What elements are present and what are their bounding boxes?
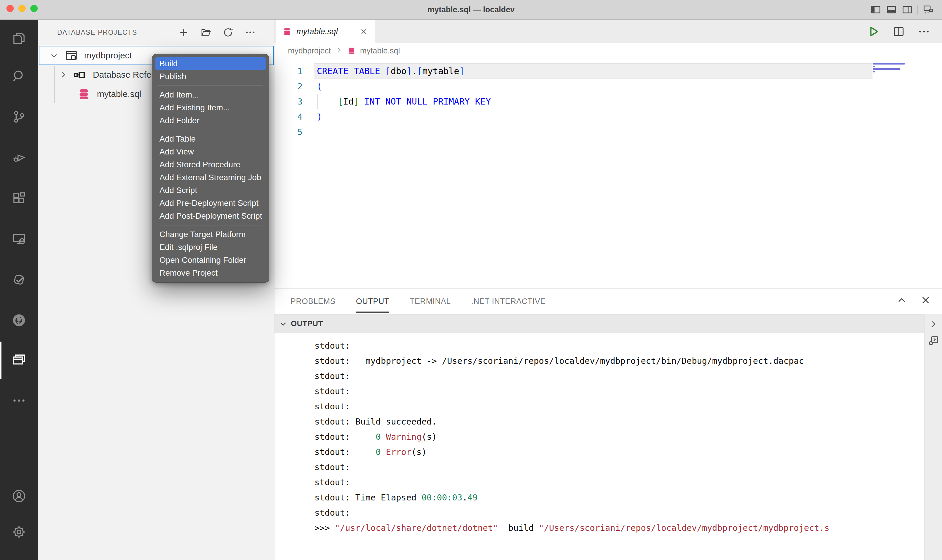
menu-item-change-target-platform[interactable]: Change Target Platform [155, 228, 266, 241]
sql-database-file-icon [282, 27, 292, 36]
menu-item-remove-project[interactable]: Remove Project [155, 266, 266, 279]
close-panel-icon[interactable] [920, 294, 931, 306]
output-line: stdout: [314, 460, 924, 475]
line-number: 4 [274, 109, 303, 125]
menu-item-add-stored-procedure[interactable]: Add Stored Procedure [155, 158, 266, 171]
chevron-down-icon[interactable] [49, 51, 59, 60]
explorer-icon[interactable] [0, 22, 38, 54]
panel-right-rail [924, 314, 942, 560]
output-line: stdout: mydbproject -> /Users/scoriani/r… [314, 353, 924, 368]
code-editor[interactable]: 1CREATE TABLE [dbo].[mytable]2(3 [Id] IN… [274, 58, 942, 288]
menu-item-add-item[interactable]: Add Item... [155, 88, 266, 101]
code-text: ) [303, 109, 322, 125]
toggle-secondary-sidebar-icon[interactable] [902, 4, 913, 15]
minimap[interactable] [873, 63, 911, 74]
output-line: stdout: [314, 399, 924, 414]
breadcrumb-project[interactable]: mydbproject [288, 46, 331, 55]
minimap-divider [923, 61, 923, 286]
menu-item-add-existing-item[interactable]: Add Existing Item... [155, 101, 266, 114]
remote-explorer-icon[interactable] [0, 223, 38, 255]
search-icon[interactable] [0, 60, 38, 92]
more-views-icon[interactable] [0, 385, 38, 417]
refresh-button[interactable] [221, 26, 235, 39]
sidebar-title: DATABASE PROJECTS [57, 29, 137, 37]
menu-item-add-pre-deployment-script[interactable]: Add Pre-Deployment Script [155, 197, 266, 210]
menu-item-add-external-streaming-job[interactable]: Add External Streaming Job [155, 171, 266, 184]
settings-gear-icon[interactable] [0, 516, 38, 548]
github-icon[interactable] [0, 304, 38, 336]
more-actions-button[interactable] [243, 26, 257, 39]
source-control-icon[interactable] [0, 101, 38, 133]
close-tab-icon[interactable] [359, 27, 368, 36]
sql-database-file-icon [77, 87, 91, 101]
indent-guide [317, 94, 318, 109]
output-line: stdout: [314, 338, 924, 353]
panel-tab-output[interactable]: OUTPUT [356, 289, 389, 313]
output-line: stdout: 0 Warning(s) [314, 429, 924, 445]
line-number: 2 [274, 79, 303, 94]
tree-indent-guide [54, 66, 55, 103]
output-section-title: OUTPUT [291, 319, 323, 328]
menu-item-publish[interactable]: Publish [155, 70, 266, 83]
references-icon [72, 68, 86, 82]
database-projects-icon[interactable] [0, 344, 38, 376]
bottom-panel: PROBLEMSOUTPUTTERMINAL.NET INTERACTIVE O… [274, 288, 942, 560]
breadcrumb-file[interactable]: mytable.sql [360, 46, 400, 55]
menu-item-add-folder[interactable]: Add Folder [155, 114, 266, 127]
run-query-button[interactable] [867, 25, 880, 38]
zoom-window-button[interactable] [30, 5, 38, 12]
close-window-button[interactable] [6, 5, 14, 12]
customize-layout-icon[interactable] [923, 4, 934, 15]
output-line: >>> "/usr/local/share/dotnet/dotnet" bui… [314, 520, 924, 535]
menu-item-build[interactable]: Build [155, 57, 266, 70]
output-log[interactable]: stdout:stdout: mydbproject -> /Users/sco… [274, 333, 924, 560]
menu-item-add-script[interactable]: Add Script [155, 184, 266, 197]
panel-tab-problems[interactable]: PROBLEMS [291, 289, 336, 313]
code-line: 5 [274, 125, 942, 140]
code-line: 4) [274, 109, 942, 125]
menu-item-edit-sqlproj-file[interactable]: Edit .sqlproj File [155, 241, 266, 254]
open-folder-button[interactable] [199, 26, 212, 39]
menu-item-add-table[interactable]: Add Table [155, 132, 266, 145]
output-line: stdout: Build succeeded. [314, 414, 924, 429]
run-and-debug-icon[interactable] [0, 141, 38, 174]
tree-item-label: mytable.sql [97, 85, 141, 104]
expand-output-icon[interactable] [925, 316, 942, 332]
line-number: 1 [274, 64, 303, 79]
tab-label: mytable.sql [296, 27, 338, 36]
output-line: stdout: [314, 368, 924, 384]
tab-mytable-sql[interactable]: mytable.sql [276, 20, 375, 43]
toggle-primary-sidebar-icon[interactable] [870, 4, 881, 15]
extensions-icon[interactable] [0, 182, 38, 214]
toggle-panel-icon[interactable] [886, 4, 897, 15]
breadcrumb: mydbproject mytable.sql [274, 43, 942, 58]
line-number: 5 [274, 125, 303, 140]
breadcrumb-separator-icon [335, 46, 343, 54]
output-line: stdout: [314, 475, 924, 490]
titlebar-separator [917, 5, 918, 15]
output-line: stdout: [314, 505, 924, 520]
code-text: ( [303, 79, 322, 94]
code-text: [Id] INT NOT NULL PRIMARY KEY [303, 94, 491, 109]
database-project-icon [64, 49, 78, 63]
menu-item-open-containing-folder[interactable]: Open Containing Folder [155, 254, 266, 266]
more-actions-button[interactable] [917, 25, 930, 38]
active-view-indicator [0, 342, 2, 379]
code-lines: 1CREATE TABLE [dbo].[mytable]2(3 [Id] IN… [274, 64, 942, 140]
output-section-header[interactable]: OUTPUT [274, 314, 924, 333]
minimize-window-button[interactable] [18, 5, 26, 12]
menu-item-add-post-deployment-script[interactable]: Add Post-Deployment Script [155, 210, 266, 223]
output-line: stdout: [314, 384, 924, 399]
maximize-panel-icon[interactable] [896, 294, 908, 306]
add-project-button[interactable] [177, 26, 190, 39]
panel-tab-net-interactive[interactable]: .NET INTERACTIVE [471, 289, 546, 313]
debug-console-icon[interactable] [925, 332, 942, 349]
code-text [303, 125, 317, 140]
menu-item-add-view[interactable]: Add View [155, 145, 266, 158]
tree-item-label: mydbproject [84, 46, 132, 65]
account-icon[interactable] [0, 480, 38, 512]
panel-tab-terminal[interactable]: TERMINAL [410, 289, 451, 313]
chevron-right-icon[interactable] [58, 70, 68, 80]
split-editor-button[interactable] [892, 25, 905, 38]
azure-icon[interactable] [0, 264, 38, 296]
